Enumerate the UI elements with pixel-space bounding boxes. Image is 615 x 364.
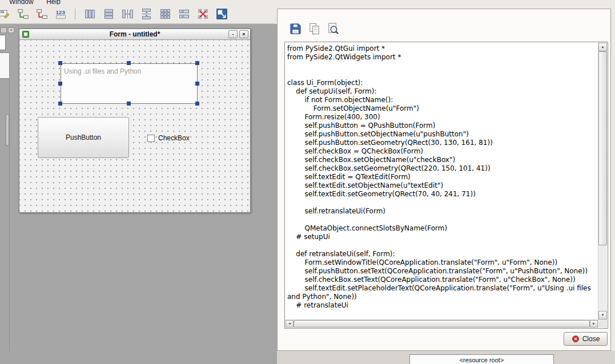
selection-handle-bottom-center[interactable] xyxy=(127,102,131,106)
dock-float-button[interactable]: □ xyxy=(1,27,7,33)
menu-item-window[interactable]: Window xyxy=(9,0,34,5)
layout-vertical-splitter-icon[interactable] xyxy=(139,7,153,21)
selection-handle-mid-right[interactable] xyxy=(195,82,199,86)
code-line: Form.setObjectName(u"Form") xyxy=(287,104,596,113)
copy-icon[interactable] xyxy=(307,21,322,37)
find-icon[interactable] xyxy=(325,21,341,37)
textedit-widget[interactable]: Using .ui files and Python xyxy=(61,63,198,104)
form-canvas[interactable]: Using .ui files and Python PushButton Ch… xyxy=(19,40,250,212)
edit-widgets-icon[interactable] xyxy=(0,7,11,21)
float-icon: □ xyxy=(2,28,5,32)
code-line: self.textEdit.setGeometry(QRect(70, 40, … xyxy=(287,190,596,199)
code-line: class Ui_Form(object): xyxy=(287,79,596,87)
code-line xyxy=(287,62,596,70)
close-button-label: Close xyxy=(582,335,600,343)
horizontal-scrollbar-thumb[interactable] xyxy=(294,320,590,327)
code-line: def retranslateUi(self, Form): xyxy=(287,250,596,258)
code-line: Form.setWindowTitle(QCoreApplication.tra… xyxy=(287,258,596,267)
form-window-titlebar[interactable]: Form - untitled* - × xyxy=(19,29,250,40)
code-line: self.pushButton.setGeometry(QRect(30, 13… xyxy=(287,139,596,147)
textedit-placeholder: Using .ui files and Python xyxy=(64,67,141,75)
code-line xyxy=(287,70,596,79)
adjust-size-icon[interactable] xyxy=(215,7,228,21)
edit-tab-order-icon[interactable]: 123 xyxy=(54,7,67,21)
code-line: from PySide2.QtWidgets import * xyxy=(287,53,596,62)
close-button[interactable]: × xyxy=(239,30,248,38)
layout-grid-icon[interactable] xyxy=(158,7,172,21)
scroll-right-icon[interactable]: ► xyxy=(590,320,598,327)
close-icon: × xyxy=(10,28,12,32)
pushbutton-label: PushButton xyxy=(66,134,101,141)
layout-vertical-icon[interactable] xyxy=(102,7,115,21)
layout-form-icon[interactable] xyxy=(177,7,191,21)
minimize-button[interactable]: - xyxy=(228,30,238,38)
svg-text:123: 123 xyxy=(55,9,65,15)
code-line: self.pushButton = QPushButton(Form) xyxy=(287,122,596,130)
toolbar-separator xyxy=(75,9,75,20)
code-line: self.textEdit.setObjectName(u"textEdit") xyxy=(287,181,596,190)
code-editor[interactable]: from PySide2.QtGui import *from PySide2.… xyxy=(287,45,596,318)
edit-signals-slots-icon[interactable] xyxy=(16,7,30,21)
code-line: # retranslateUi xyxy=(287,301,596,310)
save-icon[interactable] xyxy=(288,21,303,37)
application-window: Window Help 123 xyxy=(0,0,615,364)
code-line: from PySide2.QtGui import * xyxy=(287,45,596,53)
checkbox-label: CheckBox xyxy=(158,134,190,142)
mdi-workspace: □ × Form - untitled* - × Using .ui files… xyxy=(0,24,277,364)
scroll-down-icon[interactable]: ▼ xyxy=(598,311,607,319)
code-line: self.textEdit = QTextEdit(Form) xyxy=(287,173,596,181)
code-line: self.pushButton.setText(QCoreApplication… xyxy=(287,267,596,276)
code-line: and Python", None)) xyxy=(287,293,596,301)
vertical-scrollbar[interactable]: ▲ ▼ xyxy=(598,43,607,319)
selection-handle-top-center[interactable] xyxy=(127,61,131,65)
dock-close-button[interactable]: × xyxy=(8,27,14,33)
code-line: if not Form.objectName(): xyxy=(287,96,596,104)
form-window-title: Form - untitled* xyxy=(19,30,250,38)
widget-box-panel[interactable] xyxy=(0,52,10,79)
vertical-scrollbar-thumb[interactable] xyxy=(598,51,607,245)
close-circle-icon xyxy=(572,335,580,343)
code-line: self.retranslateUi(Form) xyxy=(287,207,596,216)
code-preview-dialog: from PySide2.QtGui import *from PySide2.… xyxy=(277,9,611,351)
code-line: Form.resize(400, 300) xyxy=(287,113,596,122)
code-line: self.checkBox.setText(QCoreApplication.t… xyxy=(287,276,596,284)
selection-handle-top-right[interactable] xyxy=(195,61,199,65)
dialog-toolbar xyxy=(288,21,341,37)
layout-horizontal-splitter-icon[interactable] xyxy=(120,7,134,21)
code-line: self.pushButton.setObjectName(u"pushButt… xyxy=(287,130,596,139)
main-toolbar: 123 xyxy=(0,5,274,24)
resource-root-item[interactable]: <resource root> xyxy=(409,354,554,364)
resource-root-label: <resource root> xyxy=(460,357,504,363)
code-line: self.checkBox.setGeometry(QRect(220, 150… xyxy=(287,164,596,173)
code-line: self.checkBox = QCheckBox(Form) xyxy=(287,147,596,156)
code-view: from PySide2.QtGui import *from PySide2.… xyxy=(284,42,608,329)
bottom-panel-area: <resource root> xyxy=(277,351,615,364)
code-line xyxy=(287,216,596,224)
close-dialog-button[interactable]: Close xyxy=(564,332,608,346)
checkbox-widget[interactable]: CheckBox xyxy=(147,134,190,143)
checkbox-indicator[interactable] xyxy=(147,135,155,142)
menu-bar: Window Help xyxy=(0,0,615,5)
code-line: def setupUi(self, Form): xyxy=(287,87,596,96)
scroll-up-icon[interactable]: ▲ xyxy=(598,43,607,51)
widget-box-scrollbar-thumb[interactable] xyxy=(6,114,9,145)
layout-horizontal-icon[interactable] xyxy=(83,7,97,21)
code-line: QMetaObject.connectSlotsByName(Form) xyxy=(287,224,596,233)
code-line xyxy=(287,241,596,250)
code-line: self.checkBox.setObjectName(u"checkBox") xyxy=(287,156,596,164)
widget-box-filter-input[interactable] xyxy=(0,35,6,50)
widget-box-edge xyxy=(9,79,10,351)
code-line: self.textEdit.setPlaceholderText(QCoreAp… xyxy=(287,284,596,293)
pushbutton-widget[interactable]: PushButton xyxy=(38,117,129,158)
code-line xyxy=(287,199,596,207)
horizontal-scrollbar[interactable]: ◄ ► xyxy=(286,319,598,327)
selection-handle-top-left[interactable] xyxy=(58,61,62,65)
edit-buddies-icon[interactable] xyxy=(35,7,49,21)
menu-item-help[interactable]: Help xyxy=(46,0,61,5)
selection-handle-bottom-right[interactable] xyxy=(195,102,199,106)
scroll-left-icon[interactable]: ◄ xyxy=(286,320,294,327)
break-layout-icon[interactable] xyxy=(196,7,210,21)
selection-handle-mid-left[interactable] xyxy=(58,82,62,86)
selection-handle-bottom-left[interactable] xyxy=(58,102,62,106)
scrollbar-corner xyxy=(598,319,607,327)
